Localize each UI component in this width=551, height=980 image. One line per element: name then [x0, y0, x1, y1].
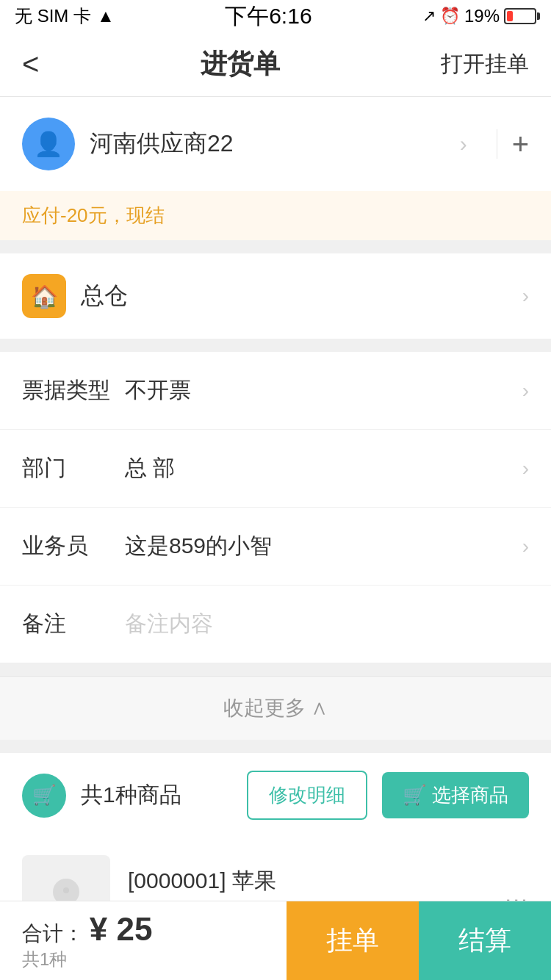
- supplier-actions: › +: [460, 128, 529, 161]
- carrier-label: 无 SIM 卡: [15, 4, 91, 28]
- battery-percent: 19%: [464, 6, 500, 26]
- hang-button[interactable]: 挂单: [287, 901, 419, 981]
- status-right: ↗ ⏰ 19%: [422, 6, 536, 26]
- warehouse-chevron-icon: ›: [522, 284, 529, 308]
- invoice-type-row[interactable]: 票据类型 不开票 ›: [0, 352, 551, 430]
- open-hang-button[interactable]: 打开挂单: [441, 49, 529, 79]
- invoice-type-value: 不开票: [125, 375, 522, 406]
- supplier-name: 河南供应商22: [90, 128, 460, 160]
- warehouse-name: 总仓: [81, 280, 522, 312]
- notice-bar: 应付-20元，现结: [0, 191, 551, 240]
- total-row: 合计： ¥ 25: [22, 911, 264, 948]
- supplier-section: 👤 河南供应商22 › + 应付-20元，现结: [0, 97, 551, 240]
- invoice-chevron-icon: ›: [522, 379, 529, 403]
- salesperson-chevron-icon: ›: [522, 535, 529, 558]
- salesperson-row[interactable]: 业务员 这是859的小智 ›: [0, 508, 551, 586]
- salesperson-label: 业务员: [22, 531, 125, 561]
- page-title: 进货单: [201, 46, 280, 82]
- gps-icon: ↗: [422, 7, 436, 26]
- warehouse-section[interactable]: 🏠 总仓 ›: [0, 253, 551, 339]
- warehouse-icon: 🏠: [22, 274, 66, 318]
- add-product-icon: 🛒: [403, 784, 426, 807]
- total-label: 合计：: [22, 922, 84, 945]
- department-label: 部门: [22, 453, 125, 483]
- svg-point-1: [63, 887, 69, 893]
- status-bar: 无 SIM 卡 ▲ 下午6:16 ↗ ⏰ 19%: [0, 0, 551, 32]
- remark-input[interactable]: 备注内容: [125, 609, 529, 639]
- department-row[interactable]: 部门 总 部 ›: [0, 430, 551, 508]
- total-section: 合计： ¥ 25 共1种: [0, 911, 287, 971]
- avatar-icon: 👤: [34, 130, 63, 158]
- house-icon: 🏠: [31, 284, 58, 309]
- remark-row[interactable]: 备注 备注内容: [0, 586, 551, 663]
- products-header: 🛒 共1种商品 修改明细 🛒 选择商品: [0, 753, 551, 837]
- alarm-icon: ⏰: [440, 7, 460, 26]
- product-name: [0000001] 苹果: [128, 866, 505, 896]
- form-section: 票据类型 不开票 › 部门 总 部 › 业务员 这是859的小智 › 备注 备注…: [0, 352, 551, 663]
- wifi-icon: ▲: [97, 6, 115, 26]
- status-left: 无 SIM 卡 ▲: [15, 4, 115, 28]
- warehouse-row[interactable]: 🏠 总仓 ›: [0, 253, 551, 339]
- total-count: 共1种: [22, 948, 264, 971]
- bottom-bar: 合计： ¥ 25 共1种 挂单 结算: [0, 901, 551, 980]
- status-time: 下午6:16: [225, 1, 311, 32]
- main-content: 👤 河南供应商22 › + 应付-20元，现结 🏠 总仓 › 票据类型 不开票 …: [0, 97, 551, 980]
- department-chevron-icon: ›: [522, 457, 529, 480]
- supplier-chevron-icon: ›: [460, 131, 467, 156]
- department-value: 总 部: [125, 453, 522, 483]
- back-button[interactable]: <: [22, 48, 39, 81]
- edit-detail-button[interactable]: 修改明细: [247, 771, 367, 820]
- select-product-button[interactable]: 🛒 选择商品: [382, 772, 529, 818]
- products-icon: 🛒: [22, 774, 66, 818]
- invoice-type-label: 票据类型: [22, 375, 125, 406]
- battery-icon: [504, 8, 536, 24]
- supplier-divider: [497, 129, 497, 159]
- remark-label: 备注: [22, 609, 125, 639]
- settle-button[interactable]: 结算: [419, 901, 551, 981]
- collapse-bar[interactable]: 收起更多 ∧: [0, 676, 551, 740]
- nav-bar: < 进货单 打开挂单: [0, 32, 551, 97]
- total-amount: ¥ 25: [90, 911, 153, 947]
- shopping-icon: 🛒: [32, 784, 56, 807]
- products-count: 共1种商品: [81, 780, 232, 810]
- add-button[interactable]: +: [512, 128, 529, 161]
- supplier-row[interactable]: 👤 河南供应商22 › +: [0, 97, 551, 191]
- salesperson-value: 这是859的小智: [125, 531, 522, 561]
- supplier-avatar: 👤: [22, 118, 75, 170]
